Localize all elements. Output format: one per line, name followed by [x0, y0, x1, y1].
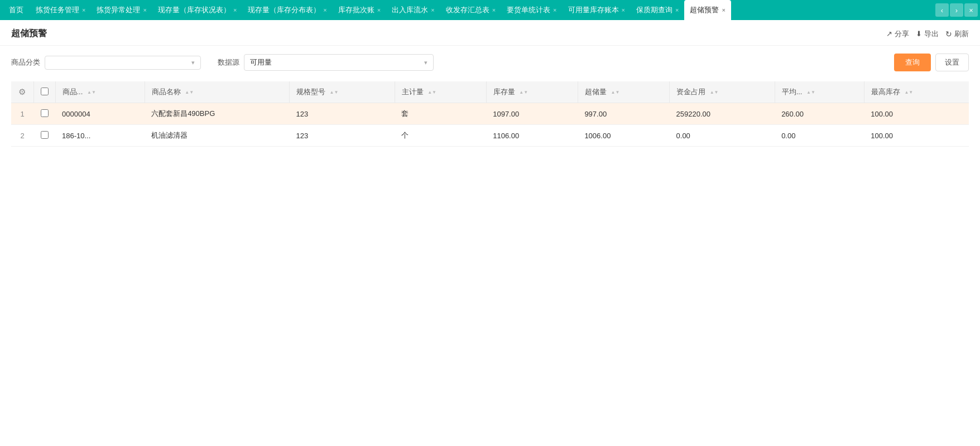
tab-6[interactable]: 出入库流水 × [386, 0, 440, 20]
tab-10[interactable]: 保质期查询 × [631, 0, 684, 20]
row-spec: 123 [289, 125, 395, 147]
row-maxstock: 100.00 [864, 125, 969, 147]
refresh-icon: ↻ [945, 30, 952, 38]
close-tab-4-icon[interactable]: × [323, 7, 326, 13]
table-body: 1 0000004 六配套新昌490BPG 123 套 1097.00 997.… [11, 103, 969, 147]
top-nav: 首页 拣货任务管理 × 拣货异常处理 × 现存量（库存状况表） × 现存量（库存… [0, 0, 980, 20]
close-tab-8-icon[interactable]: × [553, 7, 556, 13]
sort-avg-icon[interactable]: ▲▼ [806, 90, 815, 95]
settings-gear-icon[interactable]: ⚙ [18, 87, 26, 96]
datasource-filter-group: 数据源 可用量 ▾ [218, 54, 434, 71]
share-button[interactable]: ↗ 分享 [886, 29, 909, 39]
sort-capital-icon[interactable]: ▲▼ [710, 90, 719, 95]
query-button[interactable]: 查询 [894, 54, 931, 71]
tab-9[interactable]: 可用量库存账本 × [563, 0, 631, 20]
nav-home[interactable]: 首页 [2, 5, 30, 15]
close-tab-7-icon[interactable]: × [492, 7, 496, 13]
nav-more-button[interactable]: × [964, 3, 978, 17]
row-overstock: 1006.00 [578, 125, 669, 147]
row-checkbox[interactable] [41, 131, 49, 139]
row-name: 机油滤清器 [145, 125, 289, 147]
col-overstock-header: 超储量 ▲▼ [578, 81, 669, 103]
page-title: 超储预警 [11, 28, 47, 40]
col-stock-header: 库存量 ▲▼ [486, 81, 578, 103]
datasource-chevron-icon: ▾ [424, 59, 427, 66]
row-avg: 0.00 [775, 125, 864, 147]
sort-stock-icon[interactable]: ▲▼ [519, 90, 528, 95]
row-stock: 1097.00 [486, 103, 578, 125]
col-settings-header: ⚙ [11, 81, 33, 103]
sort-maxstock-icon[interactable]: ▲▼ [904, 90, 913, 95]
export-button[interactable]: ⬇ 导出 [916, 29, 939, 39]
row-unit: 套 [395, 103, 486, 125]
tab-8[interactable]: 要货单统计表 × [501, 0, 562, 20]
close-tab-10-icon[interactable]: × [675, 7, 679, 13]
row-checkbox[interactable] [41, 109, 49, 117]
nav-next-button[interactable]: › [950, 3, 963, 17]
row-spec: 123 [289, 103, 395, 125]
col-maxstock-header: 最高库存 ▲▼ [864, 81, 969, 103]
tab-2[interactable]: 拣货异常处理 × [91, 0, 152, 20]
filter-bar: 商品分类 ▾ 数据源 可用量 ▾ 查询 设置 [0, 46, 980, 79]
row-capital: 259220.00 [670, 103, 775, 125]
tab-3[interactable]: 现存量（库存状况表） × [152, 0, 242, 20]
close-tab-2-icon[interactable]: × [143, 7, 146, 13]
category-filter-group: 商品分类 ▾ [11, 56, 201, 70]
share-icon: ↗ [886, 30, 892, 38]
col-avg-header: 平均... ▲▼ [775, 81, 864, 103]
sort-code-icon[interactable]: ▲▼ [87, 90, 96, 95]
row-checkbox-cell [33, 125, 55, 147]
table-row: 1 0000004 六配套新昌490BPG 123 套 1097.00 997.… [11, 103, 969, 125]
row-num: 2 [11, 125, 33, 147]
filter-actions: 查询 设置 [894, 54, 969, 71]
data-table: ⚙ 商品... ▲▼ 商品名称 ▲▼ 规格型号 ▲▼ 主计 [11, 81, 969, 147]
table-container: ⚙ 商品... ▲▼ 商品名称 ▲▼ 规格型号 ▲▼ 主计 [0, 81, 980, 147]
settings-button[interactable]: 设置 [935, 54, 969, 71]
sort-name-icon[interactable]: ▲▼ [185, 90, 194, 95]
row-num: 1 [11, 103, 33, 125]
tab-7[interactable]: 收发存汇总表 × [440, 0, 501, 20]
col-spec-header: 规格型号 ▲▼ [289, 81, 395, 103]
page-header: 超储预警 ↗ 分享 ⬇ 导出 ↻ 刷新 [0, 20, 980, 46]
tab-4[interactable]: 现存量（库存分布表） × [242, 0, 332, 20]
col-checkbox-header [33, 81, 55, 103]
row-capital: 0.00 [670, 125, 775, 147]
category-label: 商品分类 [11, 57, 40, 67]
sort-unit-icon[interactable]: ▲▼ [427, 90, 436, 95]
row-code: 186-10... [55, 125, 145, 147]
table-header-row: ⚙ 商品... ▲▼ 商品名称 ▲▼ 规格型号 ▲▼ 主计 [11, 81, 969, 103]
datasource-select-value: 可用量 [250, 57, 272, 67]
tab-5[interactable]: 库存批次账 × [333, 0, 386, 20]
nav-arrows: ‹ › × [935, 3, 978, 17]
close-tab-3-icon[interactable]: × [233, 7, 237, 13]
export-icon: ⬇ [916, 30, 922, 38]
row-unit: 个 [395, 125, 486, 147]
close-tab-1-icon[interactable]: × [82, 7, 85, 13]
row-code: 0000004 [55, 103, 145, 125]
nav-prev-button[interactable]: ‹ [935, 3, 949, 17]
datasource-label: 数据源 [218, 57, 239, 67]
tab-11[interactable]: 超储预警 × [684, 0, 731, 20]
row-name: 六配套新昌490BPG [145, 103, 289, 125]
datasource-select[interactable]: 可用量 ▾ [244, 54, 434, 71]
category-select[interactable]: ▾ [45, 56, 201, 70]
select-all-checkbox[interactable] [41, 88, 49, 95]
col-capital-header: 资金占用 ▲▼ [670, 81, 775, 103]
close-tab-9-icon[interactable]: × [622, 7, 625, 13]
col-code-header: 商品... ▲▼ [55, 81, 145, 103]
category-chevron-icon: ▾ [191, 59, 195, 66]
col-unit-header: 主计量 ▲▼ [395, 81, 486, 103]
sort-overstock-icon[interactable]: ▲▼ [611, 90, 620, 95]
close-tab-6-icon[interactable]: × [431, 7, 434, 13]
row-stock: 1106.00 [486, 125, 578, 147]
sort-spec-icon[interactable]: ▲▼ [330, 90, 339, 95]
header-actions: ↗ 分享 ⬇ 导出 ↻ 刷新 [886, 29, 969, 39]
row-checkbox-cell [33, 103, 55, 125]
close-tab-11-icon[interactable]: × [722, 7, 725, 13]
refresh-button[interactable]: ↻ 刷新 [945, 29, 969, 39]
col-name-header: 商品名称 ▲▼ [145, 81, 289, 103]
table-row: 2 186-10... 机油滤清器 123 个 1106.00 1006.00 … [11, 125, 969, 147]
row-avg: 260.00 [775, 103, 864, 125]
close-tab-5-icon[interactable]: × [377, 7, 381, 13]
tab-1[interactable]: 拣货任务管理 × [30, 0, 91, 20]
